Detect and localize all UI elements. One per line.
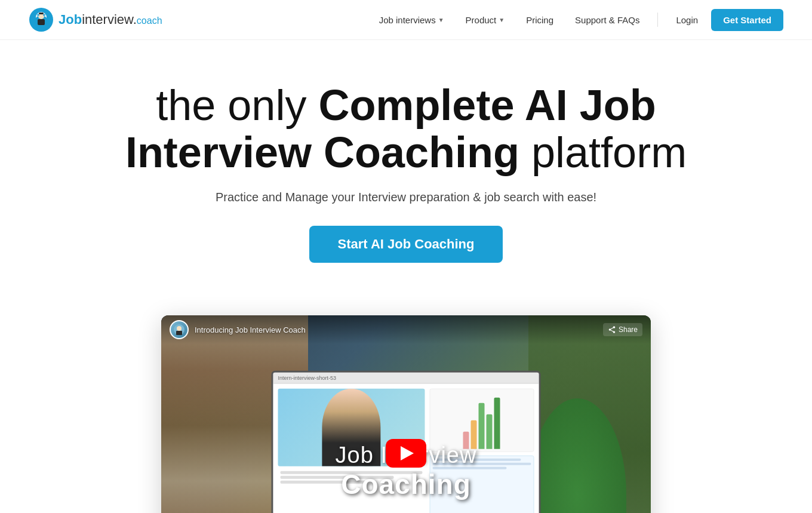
screen-person (322, 389, 380, 466)
chevron-down-icon: ▼ (438, 17, 444, 23)
nav-item-product[interactable]: Product ▼ (457, 10, 513, 30)
screen-text-lines (278, 468, 425, 486)
nav-divider (657, 13, 658, 27)
nav-item-support[interactable]: Support & FAQs (567, 10, 648, 30)
logo-icon (29, 7, 54, 32)
get-started-button[interactable]: Get Started (711, 9, 783, 31)
screen-chart (429, 389, 534, 452)
yt-title: Introducing Job Interview Coach (195, 325, 306, 334)
svg-point-9 (177, 326, 182, 331)
svg-point-6 (43, 14, 45, 16)
play-button-icon (386, 439, 426, 468)
nav-item-pricing[interactable]: Pricing (518, 10, 562, 30)
svg-rect-4 (38, 19, 45, 25)
nav-item-job-interviews[interactable]: Job interviews ▼ (371, 10, 453, 30)
yt-channel-avatar (170, 320, 189, 339)
chevron-down-icon: ▼ (499, 17, 505, 23)
laptop-screen-header: Intern-interview-short-53 (273, 373, 539, 384)
svg-rect-7 (39, 13, 44, 14)
start-coaching-button[interactable]: Start AI Job Coaching (309, 226, 503, 263)
logo[interactable]: Jobinterview.coach (29, 7, 162, 32)
logo-text: Jobinterview.coach (59, 12, 162, 27)
hero-title: the only Complete AI Job Interview Coach… (102, 82, 710, 176)
screen-right-panel (429, 389, 534, 513)
yt-share-button[interactable]: Share (603, 323, 642, 336)
login-link[interactable]: Login (668, 10, 706, 30)
svg-point-5 (37, 14, 39, 16)
hero-subtitle: Practice and Manage your Interview prepa… (102, 191, 710, 204)
video-wrapper[interactable]: Intern-interview-short-53 (161, 315, 651, 513)
yt-top-bar: Introducing Job Interview Coach Share (161, 315, 651, 344)
navbar: Jobinterview.coach Job interviews ▼ Prod… (0, 0, 812, 40)
svg-rect-10 (176, 331, 182, 335)
play-button[interactable] (386, 439, 426, 468)
video-container: Intern-interview-short-53 (137, 315, 675, 513)
screen-question-box (429, 456, 534, 513)
share-icon (608, 325, 616, 334)
video-scene: Intern-interview-short-53 (161, 315, 651, 513)
hero-section: the only Complete AI Job Interview Coach… (78, 40, 734, 315)
video-background: Intern-interview-short-53 (161, 315, 651, 513)
nav-links: Job interviews ▼ Product ▼ Pricing Suppo… (371, 9, 783, 31)
